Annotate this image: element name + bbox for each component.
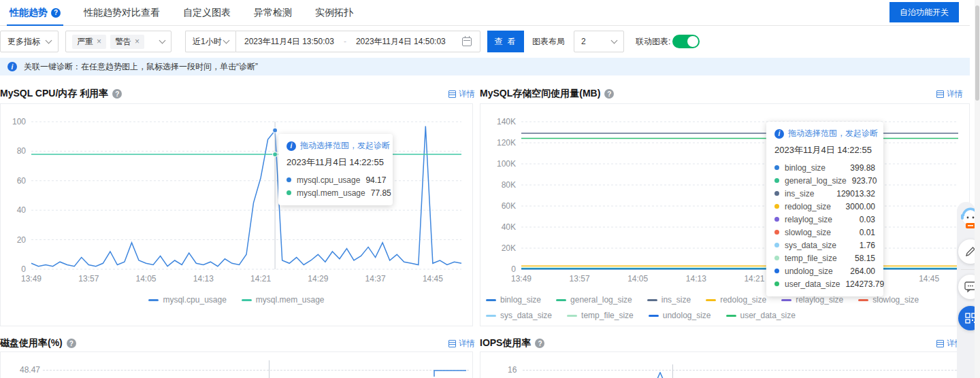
tab-label: 性能趋势 [10,7,48,19]
storage-chart-card: 020K40K60K80K100K120K140K13:4913:5714:05… [480,103,970,326]
svg-text:14:45: 14:45 [919,274,939,284]
calendar-icon[interactable] [462,37,472,46]
series-dot [774,165,779,170]
severity-tag-warning: 警告 × [110,35,144,49]
tooltip-series-row: binlog_size399.88 [774,161,875,174]
series-name: sys_data_size [785,241,854,250]
view-button[interactable]: 查 看 [487,31,524,52]
legend-label: slowlog_size [872,295,919,305]
series-dot [774,281,779,286]
legend-swatch [706,299,716,301]
help-icon[interactable]: ? [604,89,614,99]
storage-legend: binlog_sizegeneral_log_sizeins_sizeredol… [486,295,966,320]
svg-text:13:57: 13:57 [78,274,99,284]
legend-item[interactable]: ins_size [647,295,691,305]
svg-text:14:37: 14:37 [365,274,386,284]
legend-item[interactable]: binlog_size [486,295,541,305]
tab-label: 自定义图表 [183,7,231,19]
tab-custom-charts[interactable]: 自定义图表 [183,0,231,26]
top-tab-bar: 性能趋势 ? 性能趋势对比查看 自定义图表 异常检测 实例拓扑 [0,0,970,26]
legend-label: temp_file_size [581,311,634,320]
help-icon[interactable]: ? [112,89,122,99]
series-value: 124273.79 [845,279,884,289]
legend-label: undolog_size [663,311,711,320]
svg-text:100K: 100K [497,159,516,169]
svg-text:80K: 80K [502,180,516,190]
time-range-picker[interactable]: 2023年11月4日 13:50:03 - 2023年11月4日 14:50:0… [235,31,480,52]
legend-label: mysql.mem_usage [256,295,325,305]
svg-text:20: 20 [17,235,27,245]
legend-swatch [486,315,496,317]
detail-icon [936,90,944,98]
legend-item[interactable]: slowlog_size [858,295,919,305]
time-start-value[interactable]: 2023年11月4日 13:50:03 [244,36,334,48]
cpu-mem-detail-link[interactable]: 详情 [448,87,475,101]
legend-label: binlog_size [500,295,541,305]
legend-item[interactable]: undolog_size [649,311,711,320]
tooltip-header[interactable]: i 拖动选择范围，发起诊断 [774,128,875,139]
legend-item[interactable]: sys_data_size [486,311,552,320]
legend-swatch [567,315,577,317]
ytick-label: 16 [508,365,517,375]
remove-tag-icon[interactable]: × [97,37,101,46]
tab-performance-trends[interactable]: 性能趋势 ? [10,0,61,26]
storage-detail-link[interactable]: 详情 [936,87,963,101]
info-icon: i [774,129,784,139]
tooltip-series-row: undolog_size264.00 [774,264,875,277]
detail-icon [936,340,944,347]
time-separator: - [344,37,346,46]
chart-layout-select[interactable]: 2 [574,31,624,52]
scrollbar-thumb[interactable] [975,5,979,101]
time-preset-label: 近1小时 [193,36,222,48]
legend-swatch [858,299,868,301]
help-icon[interactable]: ? [51,8,61,18]
autonomy-switch-button[interactable]: 自治功能开关 [889,2,959,22]
series-name: slowlog_size [785,228,854,237]
chevron-down-icon [223,37,230,44]
tab-anomaly-detection[interactable]: 异常检测 [254,0,292,26]
more-metrics-dropdown[interactable]: 更多指标 [0,31,59,52]
legend-label: mysql.cpu_usage [163,295,226,305]
cpu-mem-chart-card: 02040608010013:4913:5714:0514:1314:2114:… [0,103,473,326]
severity-filter[interactable]: 严重 × 警告 × [65,31,172,52]
ytick-label: 48.47 [20,365,40,375]
tab-trend-compare[interactable]: 性能趋势对比查看 [84,0,160,26]
help-icon[interactable]: ? [535,339,544,348]
legend-item[interactable]: mysql.mem_usage [242,295,325,305]
storage-chart[interactable]: 020K40K60K80K100K120K140K13:4913:5714:05… [480,104,969,289]
tooltip-series-row: ins_size129013.32 [774,187,875,200]
tab-instance-topology[interactable]: 实例拓扑 [315,0,353,26]
help-icon[interactable]: ? [67,339,76,348]
legend-swatch [781,299,791,301]
legend-item[interactable]: user_data_size [726,311,796,320]
filter-toolbar: 更多指标 严重 × 警告 × 近1小时 2023年11月4日 13:50:03 … [0,31,970,52]
legend-swatch [242,299,252,301]
time-end-value[interactable]: 2023年11月4日 14:50:03 [356,36,446,48]
legend-item[interactable]: relaylog_size [781,295,843,305]
legend-item[interactable]: general_log_size [556,295,632,305]
link-charts-toggle[interactable] [672,35,700,48]
tooltip-header-text: 拖动选择范围，发起诊断 [788,128,878,139]
tooltip-series-row: general_log_size923.70 [774,174,875,187]
remove-tag-icon[interactable]: × [135,37,140,46]
chart-title-text: MySQL CPU/内存 利用率 [0,88,108,100]
disk-usage-detail-link[interactable]: 详情 [448,337,475,350]
tooltip-series-row: sys_data_size1.76 [774,239,875,252]
tab-label: 实例拓扑 [315,7,353,19]
series-name: temp_file_size [785,254,849,263]
vertical-scrollbar[interactable] [975,0,980,378]
legend-item[interactable]: temp_file_size [567,311,634,320]
tooltip-header-text: 拖动选择范围，发起诊断 [300,140,390,152]
divider [961,269,976,270]
svg-text:14:45: 14:45 [423,274,443,284]
time-preset-dropdown[interactable]: 近1小时 [185,31,235,52]
detail-icon [448,340,456,347]
svg-text:120K: 120K [497,138,516,148]
series-dot [774,230,779,235]
cpu-mem-chart[interactable]: 02040608010013:4913:5714:0514:1314:2114:… [1,104,472,289]
legend-item[interactable]: mysql.cpu_usage [148,295,226,305]
series-value: 94.17 [365,175,386,185]
legend-item[interactable]: redolog_size [706,295,766,305]
tooltip-header[interactable]: i 拖动选择范围，发起诊断 [287,140,385,152]
info-icon: i [7,62,17,71]
